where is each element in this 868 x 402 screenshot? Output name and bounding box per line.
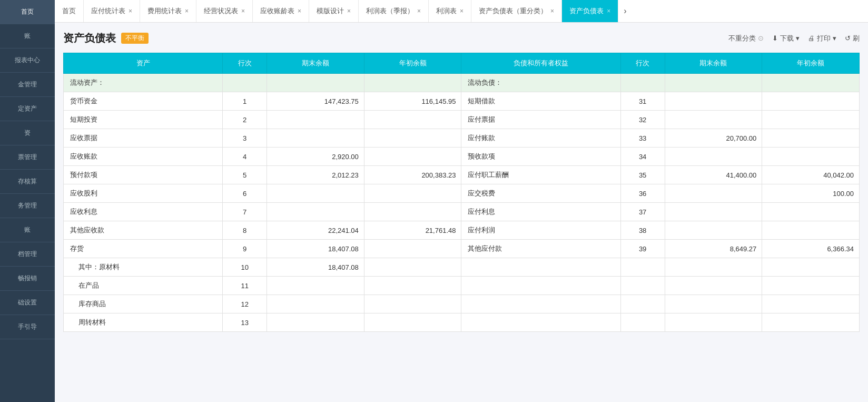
cell-year-start2 [762, 295, 860, 313]
tab-template-design[interactable]: 模版设计 × [309, 0, 359, 22]
table-row: 应收票据 3 应付账款 33 20,700.00 [64, 129, 860, 148]
cell-year-start [364, 148, 461, 166]
cell-period-end [267, 277, 364, 295]
table-row: 流动资产： 流动负债： [64, 74, 860, 92]
sidebar-item-ledger[interactable]: 账 [0, 24, 55, 48]
cell-liability: 短期借款 [461, 92, 620, 111]
sidebar-item-capital[interactable]: 资 [0, 121, 55, 145]
cell-year-start2 [762, 313, 860, 332]
cell-row2: 36 [620, 184, 665, 203]
cell-liability [461, 295, 620, 313]
cell-year-start2: 40,042.00 [762, 166, 860, 184]
download-btn[interactable]: ⬇ 下载 ▾ [772, 34, 800, 43]
cell-period-end [267, 203, 364, 221]
tab-close-profit[interactable]: × [460, 7, 463, 15]
cell-row: 7 [223, 203, 267, 221]
tab-close-balance-reclassified[interactable]: × [550, 7, 554, 15]
cell-asset: 存货 [64, 240, 223, 258]
tab-balance-reclassified[interactable]: 资产负债表（重分类） × [471, 0, 562, 22]
tab-receivable-aging[interactable]: 应收账龄表 × [253, 0, 309, 22]
cell-asset: 其他应收款 [64, 221, 223, 240]
cell-liability: 应交税费 [461, 184, 620, 203]
classify-btn[interactable]: 不重分类 ⊙ [728, 34, 764, 43]
refresh-btn[interactable]: ↺ 刷 [845, 34, 860, 43]
col-year-start2: 年初余额 [762, 53, 860, 74]
sidebar-item-archive[interactable]: 档管理 [0, 242, 55, 267]
unbalanced-badge: 不平衡 [121, 33, 149, 44]
cell-asset: 应收股利 [64, 184, 223, 203]
cell-year-start2 [762, 111, 860, 129]
tab-scroll-right[interactable]: › [618, 0, 632, 22]
tab-home[interactable]: 首页 [55, 0, 84, 22]
cell-row: 11 [223, 277, 267, 295]
cell-year-start [364, 129, 461, 148]
sidebar-item-business-mgmt[interactable]: 务管理 [0, 194, 55, 218]
cell-liability: 应付利息 [461, 203, 620, 221]
table-row: 预付款项 5 2,012.23 200,383.23 应付职工薪酬 35 41,… [64, 166, 860, 184]
cell-year-start [364, 240, 461, 258]
tab-close-receivable-aging[interactable]: × [298, 7, 301, 15]
cell-period-end2: 41,400.00 [665, 166, 762, 184]
sidebar-item-fixed-assets[interactable]: 定资产 [0, 97, 55, 121]
table-row: 库存商品 12 [64, 295, 860, 313]
cell-period-end2 [665, 92, 762, 111]
tab-business-status[interactable]: 经营状况表 × [196, 0, 253, 22]
table-row: 货币资金 1 147,423.75 116,145.95 短期借款 31 [64, 92, 860, 111]
tab-balance-sheet[interactable]: 资产负债表 × [562, 0, 618, 22]
cell-year-start2 [762, 148, 860, 166]
tab-close-template-design[interactable]: × [347, 7, 351, 15]
cell-asset: 短期投资 [64, 111, 223, 129]
tab-close-profit-quarterly[interactable]: × [417, 7, 421, 15]
cell-year-start2 [762, 92, 860, 111]
cell-year-start2 [762, 74, 860, 92]
cell-row: 6 [223, 184, 267, 203]
tab-close-expense-stats[interactable]: × [185, 7, 189, 15]
cell-row2: 38 [620, 221, 665, 240]
chevron-down-icon: ▾ [796, 34, 800, 42]
cell-liability: 应付职工薪酬 [461, 166, 620, 184]
cell-row2: 35 [620, 166, 665, 184]
sidebar-item-fund-mgmt[interactable]: 金管理 [0, 73, 55, 97]
cell-year-start [364, 258, 461, 277]
cell-row: 5 [223, 166, 267, 184]
table-row: 应收股利 6 应交税费 36 100.00 [64, 184, 860, 203]
tab-close-business-status[interactable]: × [241, 7, 245, 15]
sidebar: 首页 账 报表中心 金管理 定资产 资 票管理 存核算 务管理 账 档管理 畅报… [0, 0, 55, 402]
sidebar-item-ticket-mgmt[interactable]: 票管理 [0, 145, 55, 170]
cell-asset: 应收票据 [64, 129, 223, 148]
cell-year-start: 21,761.48 [364, 221, 461, 240]
cell-period-end2 [665, 148, 762, 166]
cell-asset: 货币资金 [64, 92, 223, 111]
cell-year-start2 [762, 221, 860, 240]
cell-year-start: 200,383.23 [364, 166, 461, 184]
page-title: 资产负债表 [63, 31, 116, 45]
tab-bar: 首页 应付统计表 × 费用统计表 × 经营状况表 × 应收账龄表 × 模版设计 … [55, 0, 868, 23]
sidebar-item-settings[interactable]: 础设置 [0, 291, 55, 315]
tab-expense-stats[interactable]: 费用统计表 × [140, 0, 196, 22]
sidebar-item-report-center[interactable]: 报表中心 [0, 48, 55, 73]
sidebar-item-inventory[interactable]: 存核算 [0, 170, 55, 194]
col-row2: 行次 [620, 53, 665, 74]
sidebar-item-guide[interactable]: 手引导 [0, 315, 55, 339]
cell-liability: 预收款项 [461, 148, 620, 166]
tab-payable-stats[interactable]: 应付统计表 × [84, 0, 140, 22]
cell-period-end: 18,407.08 [267, 258, 364, 277]
tab-profit[interactable]: 利润表 × [429, 0, 471, 22]
cell-row2 [620, 295, 665, 313]
tab-close-payable-stats[interactable]: × [129, 7, 132, 15]
cell-year-start2 [762, 203, 860, 221]
cell-liability: 流动负债： [461, 74, 620, 92]
tab-close-balance-sheet[interactable]: × [607, 7, 610, 15]
tab-profit-quarterly[interactable]: 利润表（季报） × [359, 0, 429, 22]
col-asset: 资产 [64, 53, 223, 74]
cell-liability [461, 258, 620, 277]
sidebar-item-account[interactable]: 账 [0, 218, 55, 242]
cell-asset: 库存商品 [64, 295, 223, 313]
cell-period-end2 [665, 295, 762, 313]
cell-row: 3 [223, 129, 267, 148]
print-btn[interactable]: 🖨 打印 ▾ [808, 34, 836, 43]
cell-period-end [267, 184, 364, 203]
cell-year-start [364, 111, 461, 129]
sidebar-item-home[interactable]: 首页 [0, 0, 55, 24]
sidebar-item-expense[interactable]: 畅报销 [0, 267, 55, 291]
